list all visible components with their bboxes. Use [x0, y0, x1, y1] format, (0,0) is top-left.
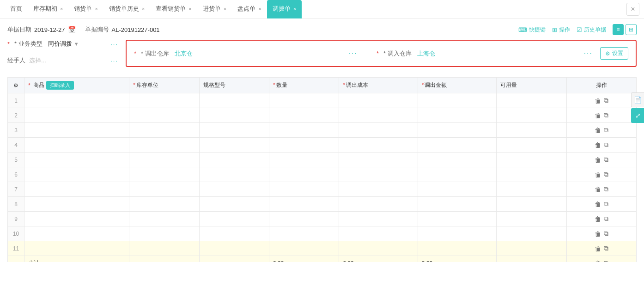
cell-amount[interactable] — [418, 167, 496, 182]
tab-close-inventory-check[interactable]: × — [258, 6, 261, 12]
cell-cost[interactable] — [339, 182, 418, 197]
cell-cost[interactable] — [339, 197, 418, 212]
cell-cost[interactable] — [339, 138, 418, 153]
tab-purchase-order[interactable]: 进货单 × — [197, 0, 232, 18]
cell-qty[interactable] — [269, 197, 339, 212]
tab-home[interactable]: 首页 — [5, 0, 28, 18]
delete-icon[interactable]: 🗑 — [595, 215, 601, 223]
delete-icon[interactable]: 🗑 — [595, 171, 601, 178]
delete-icon[interactable]: 🗑 — [595, 112, 601, 119]
tab-close-sales-order[interactable]: × — [95, 6, 97, 12]
copy-icon[interactable]: ⧉ — [604, 230, 608, 238]
warehouse-out-dots[interactable]: ··· — [349, 49, 358, 58]
warehouse-out-value[interactable]: 北京仓 — [175, 49, 193, 58]
cell-cost[interactable] — [339, 212, 418, 226]
delete-icon[interactable]: 🗑 — [595, 245, 601, 252]
copy-icon[interactable]: ⧉ — [604, 97, 608, 104]
delete-icon[interactable]: 🗑 — [595, 156, 601, 164]
tab-inventory-init[interactable]: 库存期初 × — [28, 0, 68, 18]
cell-cost[interactable] — [339, 93, 418, 108]
cell-cost[interactable] — [339, 241, 418, 256]
copy-icon[interactable]: ⧉ — [604, 244, 608, 252]
cell-qty[interactable] — [269, 182, 339, 197]
cell-amount[interactable] — [418, 123, 496, 138]
cell-product[interactable] — [24, 241, 129, 256]
cell-product[interactable] — [24, 197, 129, 212]
cell-product[interactable] — [24, 93, 129, 108]
copy-icon[interactable]: ⧉ — [604, 126, 608, 134]
tab-close-purchase-order[interactable]: × — [224, 6, 226, 12]
cell-amount[interactable] — [418, 153, 496, 167]
delete-icon[interactable]: 🗑 — [595, 201, 601, 208]
settings-button[interactable]: ⚙ 设置 — [600, 47, 628, 60]
cell-amount[interactable] — [418, 182, 496, 197]
subtotal-delete-icon[interactable]: 🗑 — [595, 260, 601, 262]
layout-btn-grid[interactable]: ⊞ — [626, 24, 637, 35]
operate-action[interactable]: ⊞ 操作 — [552, 26, 570, 34]
history-action[interactable]: ☑ 历史单据 — [577, 26, 606, 34]
cell-qty[interactable] — [269, 241, 339, 256]
calendar-icon[interactable]: 📅 — [68, 26, 76, 33]
copy-icon[interactable]: ⧉ — [604, 200, 608, 208]
warehouse-in-dots[interactable]: ··· — [584, 49, 593, 58]
cell-amount[interactable] — [418, 138, 496, 153]
warehouse-in-value[interactable]: 上海仓 — [417, 49, 435, 58]
cell-cost[interactable] — [339, 167, 418, 182]
tab-transfer-order[interactable]: 调拨单 × — [267, 0, 302, 18]
cell-product[interactable] — [24, 182, 129, 197]
float-doc-icon[interactable]: 📄 — [631, 92, 644, 107]
copy-icon[interactable]: ⧉ — [604, 215, 608, 223]
tab-inventory-check[interactable]: 盘点单 × — [232, 0, 267, 18]
cell-qty[interactable] — [269, 153, 339, 167]
cell-qty[interactable] — [269, 108, 339, 123]
business-type-dots[interactable]: ··· — [110, 41, 118, 48]
cell-product[interactable] — [24, 212, 129, 226]
cell-product[interactable] — [24, 226, 129, 241]
cell-amount[interactable] — [418, 93, 496, 108]
person-dots[interactable]: ··· — [110, 57, 118, 64]
cell-amount[interactable] — [418, 197, 496, 212]
tab-close-transfer-order[interactable]: × — [293, 6, 296, 12]
tab-close-view-sales[interactable]: × — [188, 6, 191, 12]
scan-button[interactable]: 扫码录入 — [46, 81, 74, 90]
cell-qty[interactable] — [269, 138, 339, 153]
cell-cost[interactable] — [339, 123, 418, 138]
tab-close-inventory-init[interactable]: × — [60, 6, 63, 12]
delete-icon[interactable]: 🗑 — [595, 230, 601, 238]
cell-qty[interactable] — [269, 212, 339, 226]
cell-product[interactable] — [24, 108, 129, 123]
cell-product[interactable] — [24, 167, 129, 182]
copy-icon[interactable]: ⧉ — [604, 185, 608, 193]
shortcut-key-action[interactable]: ⌨ 快捷键 — [518, 26, 546, 34]
cell-product[interactable] — [24, 123, 129, 138]
person-placeholder[interactable]: 选择... — [29, 56, 46, 65]
copy-icon[interactable]: ⧉ — [604, 156, 608, 164]
cell-qty[interactable] — [269, 167, 339, 182]
tab-close-sales-history[interactable]: × — [142, 6, 145, 12]
business-type-select[interactable]: 同价调拨 ▼ — [48, 40, 103, 48]
cell-amount[interactable] — [418, 241, 496, 256]
layout-btn-list[interactable]: ≡ — [613, 24, 624, 35]
tab-view-sales[interactable]: 查看销货单 × — [150, 0, 197, 18]
delete-icon[interactable]: 🗑 — [595, 127, 601, 134]
cell-qty[interactable] — [269, 123, 339, 138]
cell-amount[interactable] — [418, 212, 496, 226]
cell-qty[interactable] — [269, 93, 339, 108]
subtotal-copy-icon[interactable]: ⧉ — [604, 259, 608, 262]
copy-icon[interactable]: ⧉ — [604, 171, 608, 178]
cell-qty[interactable] — [269, 226, 339, 241]
copy-icon[interactable]: ⧉ — [604, 141, 608, 149]
cell-cost[interactable] — [339, 226, 418, 241]
float-expand-icon[interactable]: ⤢ — [631, 108, 644, 123]
delete-icon[interactable]: 🗑 — [595, 141, 601, 149]
cell-cost[interactable] — [339, 108, 418, 123]
col-gear[interactable]: ⚙ — [8, 78, 24, 93]
copy-icon[interactable]: ⧉ — [604, 111, 608, 119]
tab-bar-close-button[interactable]: × — [626, 3, 639, 16]
cell-amount[interactable] — [418, 108, 496, 123]
cell-amount[interactable] — [418, 226, 496, 241]
tab-sales-history[interactable]: 销货单历史 × — [103, 0, 150, 18]
delete-icon[interactable]: 🗑 — [595, 97, 601, 104]
cell-cost[interactable] — [339, 153, 418, 167]
delete-icon[interactable]: 🗑 — [595, 186, 601, 193]
